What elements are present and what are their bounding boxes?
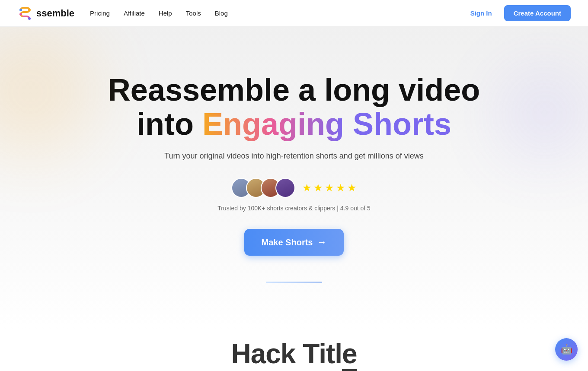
navbar-left: ssemble Pricing Affiliate Help Tools Blo… bbox=[17, 6, 228, 21]
chatbot-button[interactable]: 🤖 bbox=[555, 338, 578, 361]
headline-part2: into bbox=[137, 107, 194, 141]
navbar: ssemble Pricing Affiliate Help Tools Blo… bbox=[0, 0, 588, 27]
star-4: ★ bbox=[336, 182, 345, 194]
nav-help[interactable]: Help bbox=[159, 10, 172, 17]
logo-icon bbox=[17, 6, 33, 21]
hero-subtext: Turn your original videos into high-rete… bbox=[164, 152, 424, 161]
star-3: ★ bbox=[325, 182, 334, 194]
headline-part1: Reassemble a long video bbox=[108, 73, 480, 107]
svg-point-3 bbox=[19, 13, 22, 16]
bg-blob-2 bbox=[502, 70, 588, 156]
hero-headline: Reassemble a long video into Engaging Sh… bbox=[108, 73, 480, 141]
svg-point-1 bbox=[19, 9, 22, 11]
avatar-face-4 bbox=[276, 179, 294, 197]
avatar-group bbox=[231, 178, 295, 198]
brand-name: ssemble bbox=[36, 8, 74, 19]
create-account-button[interactable]: Create Account bbox=[504, 5, 571, 21]
nav-links: Pricing Affiliate Help Tools Blog bbox=[90, 10, 228, 17]
cta-label: Make Shorts bbox=[262, 238, 313, 247]
hack-title-preview: Hack Title bbox=[17, 338, 571, 370]
cta-arrow-icon: → bbox=[317, 237, 326, 248]
below-fold: Hack Title bbox=[0, 329, 588, 371]
navbar-right: Sign In Create Account bbox=[465, 5, 571, 21]
headline-engaging: Engaging bbox=[202, 107, 344, 141]
trusted-text: Trusted by 100K+ shorts creators & clipp… bbox=[217, 205, 371, 212]
svg-point-2 bbox=[28, 9, 31, 11]
nav-affiliate[interactable]: Affiliate bbox=[124, 10, 145, 17]
bg-blob-1 bbox=[0, 27, 95, 156]
nav-blog[interactable]: Blog bbox=[215, 10, 228, 17]
svg-point-4 bbox=[28, 17, 31, 20]
logo[interactable]: ssemble bbox=[17, 6, 74, 21]
chatbot-icon: 🤖 bbox=[561, 344, 572, 355]
make-shorts-button[interactable]: Make Shorts → bbox=[244, 229, 344, 256]
social-proof: ★ ★ ★ ★ ★ bbox=[231, 178, 357, 198]
hero-section: Reassemble a long video into Engaging Sh… bbox=[0, 27, 588, 329]
star-rating: ★ ★ ★ ★ ★ bbox=[302, 182, 357, 194]
hero-divider bbox=[266, 282, 322, 283]
avatar-4 bbox=[275, 178, 295, 198]
star-2: ★ bbox=[313, 182, 323, 194]
star-5: ★ bbox=[347, 182, 357, 194]
star-1: ★ bbox=[302, 182, 312, 194]
nav-tools[interactable]: Tools bbox=[186, 10, 201, 17]
sign-in-button[interactable]: Sign In bbox=[465, 6, 497, 20]
nav-pricing[interactable]: Pricing bbox=[90, 10, 110, 17]
headline-shorts: Shorts bbox=[353, 107, 451, 141]
